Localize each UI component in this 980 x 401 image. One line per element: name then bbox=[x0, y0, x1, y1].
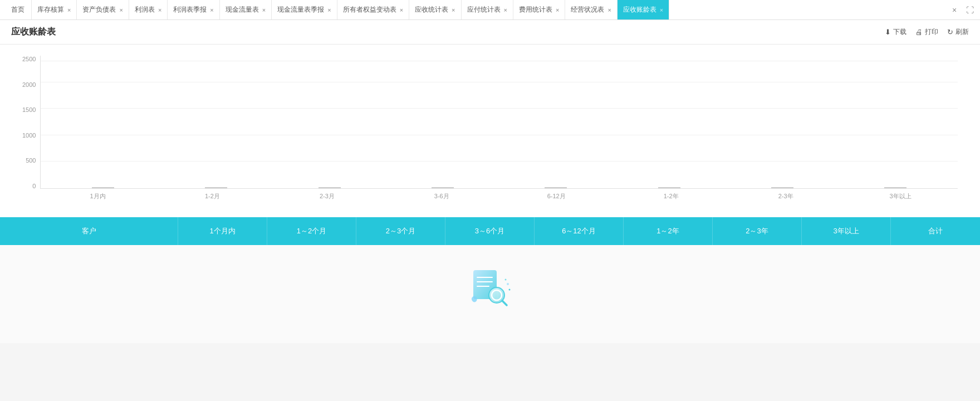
tab-cashflow-close[interactable]: × bbox=[262, 7, 266, 13]
tab-profit-quarterly-label: 利润表季报 bbox=[173, 5, 207, 14]
chart-wrapper: 2500 2000 1500 1000 500 0 bbox=[22, 56, 958, 200]
tab-ar-stats-close[interactable]: × bbox=[452, 7, 455, 13]
page-header: 应收账龄表 ⬇ 下载 🖨 打印 ↻ 刷新 bbox=[0, 20, 980, 45]
tab-inventory[interactable]: 库存核算 × bbox=[32, 0, 77, 20]
tab-cashflow-quarterly[interactable]: 现金流量表季报 × bbox=[272, 0, 337, 20]
tab-cashflow-quarterly-close[interactable]: × bbox=[327, 7, 331, 13]
bar-2 bbox=[318, 187, 341, 188]
bar-6 bbox=[771, 187, 793, 188]
tab-profit[interactable]: 利润表 × bbox=[129, 0, 168, 20]
table-header-cell-2-3y: 2～3年 bbox=[713, 217, 802, 245]
refresh-icon: ↻ bbox=[947, 28, 953, 36]
table-header-cell-total: 合计 bbox=[891, 217, 980, 245]
tab-operations-close[interactable]: × bbox=[607, 7, 611, 13]
download-button[interactable]: ⬇ 下载 bbox=[885, 27, 906, 37]
x-label-2: 2-3月 bbox=[270, 189, 384, 200]
bar-7 bbox=[884, 187, 906, 188]
print-button[interactable]: 🖨 打印 bbox=[915, 27, 938, 37]
x-axis: 1月内1-2月2-3月3-6月6-12月1-2年2-3年3年以上 bbox=[40, 189, 958, 200]
tab-inventory-close[interactable]: × bbox=[67, 7, 71, 13]
svg-point-8 bbox=[505, 279, 507, 281]
bar-group-4 bbox=[499, 187, 612, 188]
y-label-1000: 1000 bbox=[22, 132, 36, 139]
header-actions: ⬇ 下载 🖨 打印 ↻ 刷新 bbox=[885, 27, 969, 37]
page-title: 应收账龄表 bbox=[11, 26, 56, 38]
tab-equity-label: 所有者权益变动表 bbox=[343, 5, 396, 14]
bar-group-5 bbox=[612, 187, 726, 188]
refresh-button[interactable]: ↻ 刷新 bbox=[947, 27, 969, 37]
print-icon: 🖨 bbox=[915, 28, 923, 36]
main-content: 2500 2000 1500 1000 500 0 bbox=[0, 45, 980, 343]
bar-group-2 bbox=[273, 187, 386, 188]
tab-expense-stats-close[interactable]: × bbox=[556, 7, 559, 13]
tab-ar-aging[interactable]: 应收账龄表 × bbox=[618, 0, 669, 20]
table-header: 客户1个月内1～2个月2～3个月3～6个月6～12个月1～2年2～3年3年以上合… bbox=[0, 217, 980, 245]
bar-group-6 bbox=[726, 187, 839, 188]
y-label-500: 500 bbox=[22, 157, 36, 164]
tab-ap-stats-close[interactable]: × bbox=[504, 7, 507, 13]
empty-state bbox=[0, 245, 980, 343]
tab-operations[interactable]: 经营状况表 × bbox=[565, 0, 617, 20]
y-label-0: 0 bbox=[22, 183, 36, 189]
bars-area bbox=[40, 56, 958, 189]
bar-group-0 bbox=[46, 187, 159, 188]
tab-profit-close[interactable]: × bbox=[158, 7, 161, 13]
table-header-cell-3y-plus: 3年以上 bbox=[802, 217, 891, 245]
bar-group-3 bbox=[386, 187, 499, 188]
download-label: 下载 bbox=[893, 27, 906, 37]
tab-profit-label: 利润表 bbox=[135, 5, 155, 14]
table-header-cell-within-1m: 1个月内 bbox=[178, 217, 267, 245]
tab-home[interactable]: 首页 bbox=[4, 0, 32, 20]
tab-expense-stats[interactable]: 费用统计表 × bbox=[513, 0, 565, 20]
y-label-2000: 2000 bbox=[22, 81, 36, 88]
tab-balance-sheet[interactable]: 资产负债表 × bbox=[77, 0, 129, 20]
bar-group-1 bbox=[160, 187, 273, 188]
tab-profit-quarterly-close[interactable]: × bbox=[210, 7, 213, 13]
svg-point-9 bbox=[509, 289, 511, 291]
window-maximize-button[interactable]: ⛶ bbox=[964, 4, 976, 16]
print-label: 打印 bbox=[925, 27, 938, 37]
x-label-6: 2-3年 bbox=[728, 189, 843, 200]
download-icon: ⬇ bbox=[885, 28, 891, 36]
bar-group-7 bbox=[839, 187, 952, 188]
y-axis: 2500 2000 1500 1000 500 0 bbox=[22, 56, 40, 200]
tab-ar-stats[interactable]: 应收统计表 × bbox=[409, 0, 461, 20]
x-label-3: 3-6月 bbox=[384, 189, 499, 200]
y-label-2500: 2500 bbox=[22, 56, 36, 62]
chart-inner: 1月内1-2月2-3月3-6月6-12月1-2年2-3年3年以上 bbox=[40, 56, 958, 200]
table-header-cell-2-3m: 2～3个月 bbox=[356, 217, 445, 245]
tab-ap-stats[interactable]: 应付统计表 × bbox=[462, 0, 513, 20]
tab-equity[interactable]: 所有者权益变动表 × bbox=[337, 0, 409, 20]
tab-equity-close[interactable]: × bbox=[400, 7, 403, 13]
tab-ap-stats-label: 应付统计表 bbox=[467, 5, 501, 14]
y-label-1500: 1500 bbox=[22, 106, 36, 113]
bar-1 bbox=[205, 187, 227, 188]
tab-cashflow[interactable]: 现金流量表 × bbox=[220, 0, 272, 20]
tab-ar-aging-label: 应收账龄表 bbox=[623, 5, 656, 14]
x-label-7: 3年以上 bbox=[843, 189, 958, 200]
tab-cashflow-label: 现金流量表 bbox=[226, 5, 259, 14]
table-header-cell-1-2m: 1～2个月 bbox=[267, 217, 356, 245]
tab-cashflow-quarterly-label: 现金流量表季报 bbox=[277, 5, 324, 14]
window-close-button[interactable]: × bbox=[949, 4, 960, 16]
tab-balance-sheet-close[interactable]: × bbox=[119, 7, 122, 13]
empty-document-icon bbox=[468, 267, 512, 312]
chart-area: 2500 2000 1500 1000 500 0 bbox=[0, 45, 980, 217]
tab-ar-aging-close[interactable]: × bbox=[660, 7, 663, 13]
table-header-cell-1-2y: 1～2年 bbox=[624, 217, 713, 245]
tab-profit-quarterly[interactable]: 利润表季报 × bbox=[168, 0, 219, 20]
bar-4 bbox=[545, 187, 567, 188]
bar-5 bbox=[658, 187, 680, 188]
tab-ar-stats-label: 应收统计表 bbox=[415, 5, 448, 14]
window-controls: × ⛶ bbox=[944, 4, 976, 16]
x-label-0: 1月内 bbox=[40, 189, 155, 200]
refresh-label: 刷新 bbox=[955, 27, 969, 37]
x-label-1: 1-2月 bbox=[155, 189, 270, 200]
x-label-5: 1-2年 bbox=[614, 189, 728, 200]
tab-bar: 首页 库存核算 × 资产负债表 × 利润表 × 利润表季报 × 现金流量表 × … bbox=[0, 0, 980, 20]
tab-balance-sheet-label: 资产负债表 bbox=[82, 5, 116, 14]
tab-inventory-label: 库存核算 bbox=[37, 5, 64, 14]
bar-3 bbox=[432, 187, 454, 188]
svg-line-6 bbox=[502, 301, 507, 305]
grid-lines bbox=[41, 56, 958, 188]
